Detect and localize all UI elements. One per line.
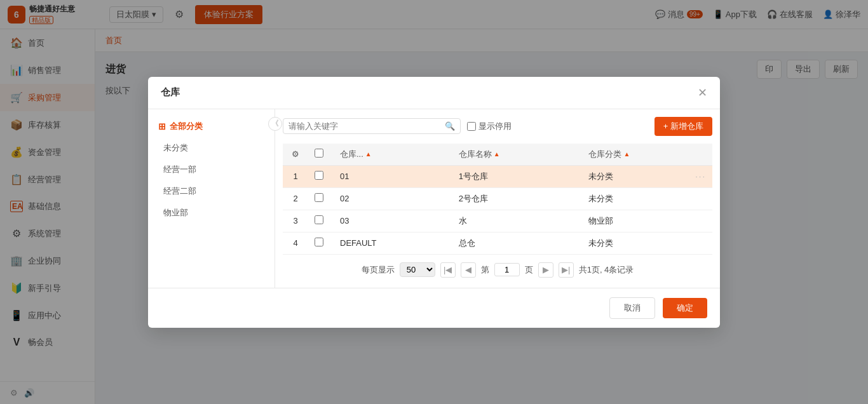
table-panel: 🔍 显示停用 + 新增仓库 ⚙: [275, 109, 720, 288]
confirm-button[interactable]: 确定: [663, 298, 707, 318]
sort-name[interactable]: 仓库名称 ▲: [459, 149, 576, 160]
category-all[interactable]: ⊞ 全部分类: [148, 116, 275, 137]
row-checkbox[interactable]: [315, 193, 323, 202]
modal-header: 仓库 ✕: [148, 77, 720, 109]
table-toolbar: 🔍 显示停用 + 新增仓库: [283, 117, 712, 136]
row-more-button[interactable]: ···: [695, 172, 706, 181]
last-page-button[interactable]: ▶|: [559, 262, 574, 278]
search-box: 🔍: [283, 118, 461, 134]
first-page-button[interactable]: |◀: [440, 262, 456, 278]
modal-title: 仓库: [161, 86, 180, 98]
row-name: 水: [452, 210, 583, 232]
row-code: 02: [334, 187, 452, 210]
pagination-bar: 每页显示 50 100 200 |◀ ◀ 第 页 ▶ ▶|: [283, 255, 712, 280]
table-row[interactable]: 1 01 1号仓库 未分类 ···: [283, 165, 712, 187]
table-container: ⚙ 仓库... ▲: [283, 144, 712, 255]
row-category: 物业部: [582, 210, 712, 232]
th-name: 仓库名称 ▲: [452, 144, 583, 166]
table-body: 1 01 1号仓库 未分类 ···: [283, 165, 712, 254]
row-code: 01: [334, 165, 452, 187]
add-warehouse-button[interactable]: + 新增仓库: [654, 117, 712, 136]
row-index: 1: [283, 165, 308, 187]
show-disabled-label[interactable]: 显示停用: [467, 121, 512, 132]
modal-footer: 取消 确定: [148, 288, 720, 328]
category-panel: ⊞ 全部分类 未分类 经营一部 经营二部 物业部 《: [148, 109, 275, 288]
warehouse-modal: 仓库 ✕ ⊞ 全部分类 未分类 经营一部 经营二部 物业部 《: [148, 77, 720, 328]
modal-close-button[interactable]: ✕: [698, 86, 707, 100]
select-all-checkbox[interactable]: [315, 149, 323, 158]
row-name: 1号仓库: [452, 165, 583, 187]
per-page-label: 每页显示: [362, 264, 395, 276]
page-size-dropdown[interactable]: 50 100 200: [400, 262, 435, 277]
grid-icon: ⊞: [158, 121, 166, 131]
modal-overlay: 仓库 ✕ ⊞ 全部分类 未分类 经营一部 经营二部 物业部 《: [0, 0, 868, 404]
row-index: 2: [283, 187, 308, 210]
page-size-select: 50 100 200: [400, 262, 435, 277]
sort-code[interactable]: 仓库... ▲: [340, 149, 446, 160]
row-category: 未分类: [582, 187, 712, 210]
sort-code-icon: ▲: [365, 151, 372, 158]
th-category: 仓库分类 ▲: [582, 144, 712, 166]
show-disabled-checkbox[interactable]: [467, 122, 476, 131]
category-item-property[interactable]: 物业部: [148, 202, 275, 224]
table-row[interactable]: 4 DEFAULT 总仓 未分类: [283, 232, 712, 254]
category-item-dept2[interactable]: 经营二部: [148, 180, 275, 202]
th-code: 仓库... ▲: [334, 144, 452, 166]
search-input[interactable]: [288, 121, 445, 131]
total-info: 共1页, 4条记录: [579, 264, 634, 276]
row-name: 总仓: [452, 232, 583, 254]
page-suffix: 页: [525, 264, 533, 276]
row-category: 未分类 ···: [582, 165, 712, 187]
collapse-panel-button[interactable]: 《: [268, 117, 282, 131]
row-code: DEFAULT: [334, 232, 452, 254]
row-code: 03: [334, 210, 452, 232]
column-settings-icon[interactable]: ⚙: [292, 149, 299, 159]
th-settings: ⚙: [283, 144, 308, 166]
row-checkbox[interactable]: [315, 171, 323, 180]
th-checkbox: [308, 144, 334, 166]
table-row[interactable]: 3 03 水 物业部: [283, 210, 712, 232]
table-row[interactable]: 2 02 2号仓库 未分类: [283, 187, 712, 210]
page-number-input[interactable]: [494, 263, 520, 276]
warehouse-table: ⚙ 仓库... ▲: [283, 144, 712, 255]
modal-body: ⊞ 全部分类 未分类 经营一部 经营二部 物业部 《 🔍: [148, 109, 720, 288]
row-index: 3: [283, 210, 308, 232]
search-icon[interactable]: 🔍: [445, 121, 455, 131]
sort-category-icon: ▲: [623, 151, 630, 158]
row-checkbox[interactable]: [315, 215, 323, 224]
sort-category[interactable]: 仓库分类 ▲: [588, 149, 706, 160]
row-index: 4: [283, 232, 308, 254]
show-disabled-text: 显示停用: [478, 121, 512, 132]
category-item-unclassified[interactable]: 未分类: [148, 137, 275, 159]
row-category: 未分类: [582, 232, 712, 254]
category-item-dept1[interactable]: 经营一部: [148, 159, 275, 180]
next-page-button[interactable]: ▶: [538, 262, 553, 278]
category-all-label: 全部分类: [170, 121, 203, 132]
page-label: 第: [481, 264, 489, 276]
prev-page-button[interactable]: ◀: [461, 262, 476, 278]
sort-name-icon: ▲: [494, 151, 500, 158]
row-checkbox[interactable]: [315, 238, 323, 246]
row-name: 2号仓库: [452, 187, 583, 210]
table-header: ⚙ 仓库... ▲: [283, 144, 712, 166]
cancel-button[interactable]: 取消: [609, 297, 655, 319]
